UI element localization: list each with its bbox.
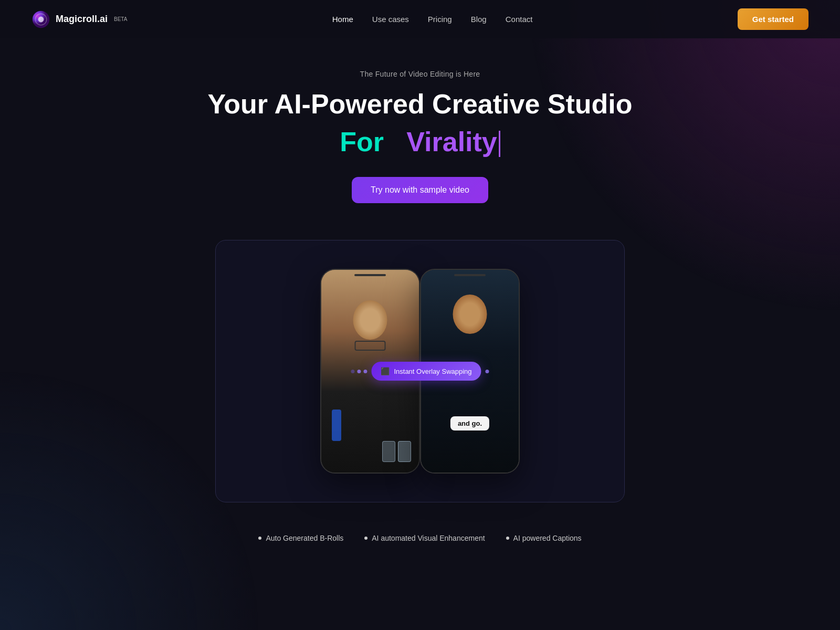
- hero-title-line1: Your AI-Powered Creative Studio: [10, 89, 830, 120]
- overlay-badge-icon: ⬛: [381, 367, 390, 375]
- demo-container: ⬛ Instant Overlay Swapping and go.: [215, 240, 625, 502]
- logo-icon: [32, 10, 50, 29]
- overlay-badge[interactable]: ⬛ Instant Overlay Swapping: [371, 362, 481, 381]
- navbar: Magicroll.aiBETA Home Use cases Pricing …: [0, 0, 840, 38]
- dot-3: [363, 370, 367, 373]
- svg-point-2: [38, 16, 44, 22]
- nav-item-home[interactable]: Home: [332, 15, 353, 24]
- nav-link-contact[interactable]: Contact: [506, 15, 533, 24]
- feature-label-0: Auto Generated B-Rolls: [266, 534, 343, 542]
- glass-object-2: [382, 441, 395, 462]
- dot-2: [357, 370, 361, 373]
- bullet-0: [258, 537, 261, 540]
- overlay-badge-wrapper: ⬛ Instant Overlay Swapping: [351, 362, 489, 381]
- demo-section: ⬛ Instant Overlay Swapping and go.: [0, 224, 840, 523]
- feature-item-0: Auto Generated B-Rolls: [258, 534, 343, 542]
- phone-mockups: ⬛ Instant Overlay Swapping and go.: [242, 269, 598, 474]
- dots-right: [486, 370, 489, 373]
- dots-left: [351, 370, 367, 373]
- nav-item-pricing[interactable]: Pricing: [428, 15, 452, 24]
- bullet-1: [364, 537, 368, 540]
- nav-link-home[interactable]: Home: [332, 15, 353, 24]
- logo[interactable]: Magicroll.aiBETA: [32, 10, 127, 29]
- cursor-blink: [499, 131, 500, 157]
- get-started-button[interactable]: Get started: [738, 8, 808, 30]
- feature-item-1: AI automated Visual Enhancement: [364, 534, 485, 542]
- brand-name: Magicroll.ai: [56, 14, 108, 25]
- feature-label-2: AI powered Captions: [513, 534, 582, 542]
- hero-section: The Future of Video Editing is Here Your…: [0, 38, 840, 224]
- hero-subtitle: The Future of Video Editing is Here: [10, 70, 830, 78]
- features-list: Auto Generated B-Rolls AI automated Visu…: [0, 523, 840, 563]
- dot-1: [351, 370, 354, 373]
- hero-title-line2: For Virality: [10, 125, 830, 158]
- try-now-button[interactable]: Try now with sample video: [352, 177, 488, 203]
- for-text: For: [340, 127, 384, 157]
- glass-object-1: [398, 441, 411, 462]
- caption-bubble: and go.: [450, 416, 489, 430]
- nav-link-use-cases[interactable]: Use cases: [372, 15, 409, 24]
- nav-item-contact[interactable]: Contact: [506, 15, 533, 24]
- nav-item-use-cases[interactable]: Use cases: [372, 15, 409, 24]
- nav-links: Home Use cases Pricing Blog Contact: [332, 15, 533, 24]
- nav-item-blog[interactable]: Blog: [471, 15, 487, 24]
- overlay-badge-label: Instant Overlay Swapping: [394, 368, 471, 375]
- bullet-2: [506, 537, 509, 540]
- beta-badge: BETA: [114, 16, 127, 22]
- nav-link-pricing[interactable]: Pricing: [428, 15, 452, 24]
- virality-text: Virality: [406, 127, 497, 157]
- nav-link-blog[interactable]: Blog: [471, 15, 487, 24]
- feature-label-1: AI automated Visual Enhancement: [372, 534, 485, 542]
- feature-item-2: AI powered Captions: [506, 534, 582, 542]
- dot-4: [486, 370, 489, 373]
